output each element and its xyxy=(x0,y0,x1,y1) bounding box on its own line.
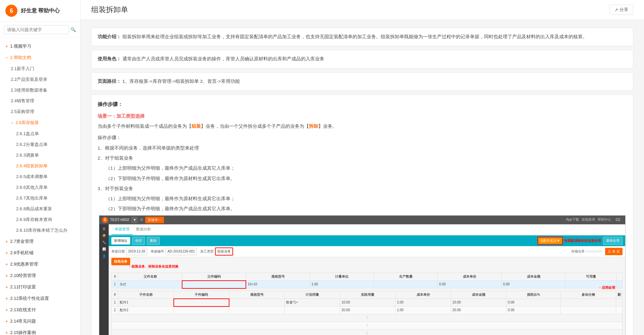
screenshot-topbar-text: TEST-H002 xyxy=(110,217,129,223)
screenshot-row1-prod-qty xyxy=(374,281,437,288)
expand-icon: + xyxy=(5,262,8,267)
screenshot-date-value: 2019-12-26 xyxy=(126,248,147,255)
path-text: 1、库存核算->库存管理->组装拆卸单 2、首页->常用功能 xyxy=(122,79,240,84)
share-button[interactable]: ↗ 分享 xyxy=(609,5,633,15)
sidebar-item-2.3[interactable]: 2.3使用前数据准备 xyxy=(0,85,80,96)
sidebar-item-2.6.4[interactable]: 2.6.4组装拆卸单 xyxy=(0,161,80,171)
step2-1-text: （1）上部明细为父件明细，最终作为产成品生成其它入库单； xyxy=(98,164,627,172)
sidebar-item-2.2[interactable]: 2.2产品安装及登录 xyxy=(0,74,80,85)
screenshot-header-total-cost: 成本金额 xyxy=(501,273,565,281)
sidebar-item-2.10[interactable]: + 2.10经营管理 xyxy=(0,270,80,281)
screenshot-bh-child-code: 子件编码 xyxy=(174,291,229,299)
screenshot-row1-spec: 10+10 xyxy=(246,281,310,288)
sidebar: 6 好生意 帮助中心 🔍 + 1.视频学习 − 2.帮助文档 2.1新手入门 2… xyxy=(0,0,80,335)
screenshot-br1-loss: 0.00 xyxy=(506,299,561,306)
sidebar-item-2.11[interactable]: + 2.11打印设置 xyxy=(0,281,80,293)
screenshot-confirm-btn: 立 来 定 xyxy=(605,248,623,255)
sidebar-item-2.14[interactable]: + 2.14常见问题 xyxy=(0,316,80,327)
screenshot-row1-unit: 1.00 xyxy=(310,281,374,288)
sidebar-item-docs[interactable]: − 2.帮助文档 xyxy=(0,52,80,63)
screenshot-bh-loss: 损耗比% xyxy=(506,291,561,299)
sidebar-item-2.6[interactable]: − 2.6库存核算 xyxy=(0,117,80,128)
expand-icon: + xyxy=(5,307,8,313)
sidebar-item-label: 2.10经营管理 xyxy=(10,273,36,279)
sidebar-item-2.6.8[interactable]: 2.6.8商品成本重算 xyxy=(0,204,80,214)
screenshot-type-badge: 组装业务 xyxy=(111,258,130,265)
screenshot-br2-name: 配件2 xyxy=(118,306,174,314)
sidebar-item-label: 2.8手机旺铺 xyxy=(10,250,34,256)
sidebar-item-label: 1.视频学习 xyxy=(10,43,31,49)
logo-icon: 6 xyxy=(5,5,17,17)
func-intro-label: 功能介绍： xyxy=(98,34,121,39)
role-label: 使用角色： xyxy=(98,56,121,61)
annotation-1-text: 有装配清单的在这里处理 xyxy=(564,238,601,244)
screenshot-header-parent-name: 父件名称 xyxy=(118,273,182,281)
sidebar-item-2.6.2[interactable]: 2.6.2分量盘点单 xyxy=(0,139,80,150)
annotation-3-text: ↑ 启用处理 xyxy=(599,285,615,291)
screenshot-bh-share: 参加分摊 xyxy=(560,291,616,299)
expand-icon: + xyxy=(5,250,8,256)
screenshot-header-qty: 生产数量 xyxy=(374,273,437,281)
sidebar-item-2.6.6[interactable]: 2.6.6其他入库单 xyxy=(0,182,80,193)
expand-icon: + xyxy=(5,273,8,278)
ops-block: 操作步骤： 场景一：加工类型选择 当由多个子件材料组装成一个成品的业务为【组装】… xyxy=(91,95,633,335)
sidebar-item-label: 2.14常见问题 xyxy=(10,318,36,324)
sidebar-item-video[interactable]: + 1.视频学习 xyxy=(0,41,80,52)
screenshot-br1-share xyxy=(560,299,616,306)
expand-icon: + xyxy=(5,44,8,49)
screenshot-code-value: AD-20191226-001 xyxy=(165,248,197,255)
screenshot-br1-total: 10.00 xyxy=(451,299,506,306)
content-area: 功能介绍： 组装拆卸单用来处理企业组装或拆卸等加工业务，支持有固定装配清单的产品… xyxy=(80,20,644,335)
sidebar-item-label: 2.11打印设置 xyxy=(10,284,36,290)
sidebar-item-2.7[interactable]: + 2.7资金管理 xyxy=(0,236,80,247)
search-input[interactable] xyxy=(4,25,69,34)
keyword-assemble: 组装 xyxy=(192,124,201,129)
sidebar-item-2.4[interactable]: 2.4销售管理 xyxy=(0,96,80,106)
path-block: 页面路径： 1、库存核算->库存管理->组装拆卸单 2、首页->常用功能 xyxy=(91,72,633,91)
role-block: 使用角色： 通常由生产人员或库管人员完成拆装业务的操作，库管人员确认原材料的出库… xyxy=(91,50,633,68)
screenshot-bh-actual-qty: 实际用量 xyxy=(340,291,395,299)
sidebar-item-2.15[interactable]: + 2.15操作案例 xyxy=(0,327,80,335)
expand-icon: − xyxy=(11,120,13,125)
share-label: 分享 xyxy=(620,7,628,13)
sidebar-item-label: 2.9优惠券管理 xyxy=(10,261,38,267)
sidebar-item-2.1[interactable]: 2.1新手入门 xyxy=(0,63,80,74)
screenshot-bh-unit-cost: 成本单价 xyxy=(395,291,451,299)
screenshot-tab-manage: 单据管理 xyxy=(111,224,133,235)
keyword-disassemble: 拆卸 xyxy=(309,124,318,129)
sidebar-item-2.6.1[interactable]: 2.6.1盘点单 xyxy=(0,128,80,139)
sidebar-item-label: 2.15操作案例 xyxy=(10,330,36,335)
screenshot-header-unit-cost: 成本单价 xyxy=(438,273,501,281)
screenshot-br2-actual: 20.00 xyxy=(340,306,395,314)
sidebar-item-2.6.3[interactable]: 2.6.3调拨单 xyxy=(0,150,80,161)
screenshot-type-value: 组装业务 xyxy=(215,247,233,256)
screenshot-new-btn: 新建单一 xyxy=(145,217,164,223)
sidebar-item-2.5[interactable]: 2.5采购管理 xyxy=(0,106,80,117)
search-button[interactable]: 🔍 xyxy=(70,27,76,32)
screenshot-tab-analysis: 数据分析 xyxy=(133,224,154,235)
sidebar-item-2.9[interactable]: + 2.9优惠券管理 xyxy=(0,259,80,270)
sidebar-item-2.6.10[interactable]: 2.6.10库存账本错了怎么办 xyxy=(0,225,80,236)
sidebar-logo: 6 好生意 帮助中心 xyxy=(0,0,80,22)
expand-icon: + xyxy=(5,239,8,244)
sidebar-item-label: 2.12系统个性化设置 xyxy=(10,295,49,301)
sidebar-item-2.13[interactable]: + 2.13在线支付 xyxy=(0,304,80,316)
step2-text: 2、对于组装业务 xyxy=(98,154,627,162)
sidebar-item-label: 2.13在线支付 xyxy=(10,307,36,313)
screenshot-container: 6 TEST-H002 ▼ ⚙ 新建单一 App下载在线咨询帮助中心 CC xyxy=(99,215,626,335)
screenshot-toolbar-btn-save: 保存 xyxy=(132,237,145,245)
sidebar-item-2.8[interactable]: + 2.8手机旺铺 xyxy=(0,247,80,259)
ops-title: 操作步骤： xyxy=(98,100,627,109)
screenshot-br2-unit-cost: 1.00 xyxy=(395,306,451,314)
screenshot-row1-code xyxy=(182,281,246,288)
sidebar-item-2.6.7[interactable]: 2.6.7其他出库单 xyxy=(0,193,80,204)
screenshot-br1-spec xyxy=(229,299,284,306)
screenshot-warehouse-label: 存储仓库 xyxy=(571,248,585,255)
sidebar-item-2.6.9[interactable]: 2.6.9库存账本查询 xyxy=(0,214,80,225)
screenshot-bh-plan-qty: 计划用量 xyxy=(284,291,340,299)
sidebar-item-2.12[interactable]: + 2.12系统个性化设置 xyxy=(0,293,80,304)
sidebar-item-2.6.5[interactable]: 2.6.5成本调整单 xyxy=(0,171,80,182)
screenshot-br1-plan: 数量*1+ xyxy=(284,299,340,306)
search-bar[interactable]: 🔍 xyxy=(0,22,80,38)
screenshot-bh-spec: 规格型号 xyxy=(229,291,284,299)
